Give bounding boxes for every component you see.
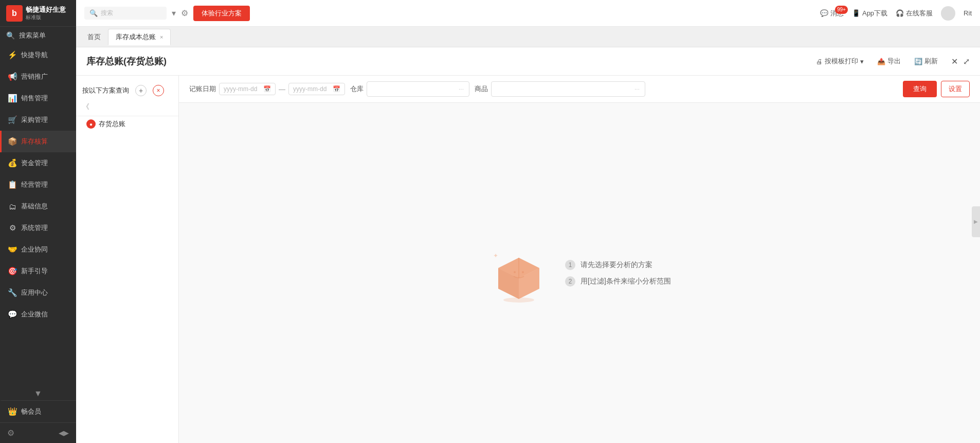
add-icon: +	[139, 86, 143, 95]
content-with-filter: 按以下方案查询 + × 《 ●	[76, 76, 980, 443]
sidebar-item-marketing[interactable]: 📢 营销推广	[0, 66, 76, 87]
member-icon: 👑	[8, 407, 17, 416]
sidebar-item-guide[interactable]: 🎯 新手引导	[0, 260, 76, 282]
panel-expand-icon[interactable]: ⤢	[963, 57, 970, 66]
empty-hints: 1 请先选择要分析的方案 2 用[过滤]条件来缩小分析范围	[565, 260, 671, 287]
operation-icon: 📋	[8, 180, 17, 189]
sidebar-item-wechat[interactable]: 💬 企业微信	[0, 304, 76, 325]
date-start-input[interactable]: yyyy-mm-dd 📅	[219, 83, 276, 95]
sidebar-item-base[interactable]: 🗂 基础信息	[0, 196, 76, 217]
empty-inner: ✦ 1 请先选择要分析的方案 2	[488, 242, 671, 304]
tab-inventory-ledger[interactable]: 库存成本总账 ×	[108, 29, 171, 45]
system-label: 系统管理	[21, 223, 48, 233]
operation-label: 经营管理	[21, 180, 48, 189]
logo-icon: b	[6, 5, 23, 22]
date-end-input[interactable]: yyyy-mm-dd 📅	[288, 83, 345, 95]
settings-icon[interactable]: ⚙	[7, 428, 14, 438]
sidebar-item-corp[interactable]: 🤝 企业协同	[0, 239, 76, 260]
online-service-icon: 🎧	[896, 9, 904, 17]
filter-panel: 按以下方案查询 + × 《 ●	[76, 76, 179, 443]
export-btn[interactable]: 📤 导出	[873, 55, 905, 68]
wechat-icon: 💬	[8, 310, 17, 319]
filter-collapse-btn[interactable]: 《	[82, 102, 89, 112]
hint-text-1: 请先选择要分析的方案	[580, 260, 652, 270]
topbar-chevron-down-icon[interactable]: ▾	[172, 8, 176, 18]
sidebar-item-operation[interactable]: 📋 经营管理	[0, 174, 76, 196]
panel-close-btn[interactable]: ✕	[951, 57, 958, 66]
sidebar-item-quick-nav[interactable]: ⚡ 快捷导航	[0, 44, 76, 66]
tabs-bar: 首页 库存成本总账 ×	[76, 27, 980, 47]
finance-label: 资金管理	[21, 158, 48, 168]
date-end-placeholder: yyyy-mm-dd	[293, 85, 326, 93]
topbar-search-icon: 🔍	[89, 9, 98, 17]
sidebar-item-apps[interactable]: 🔧 应用中心	[0, 282, 76, 304]
svg-point-6	[522, 271, 524, 273]
fields-row: 记账日期 yyyy-mm-dd 📅 — yyyy-mm-dd 📅 仓库	[179, 76, 980, 103]
refresh-btn[interactable]: 🔄 刷新	[910, 55, 942, 68]
sidebar-item-purchase[interactable]: 🛒 采购管理	[0, 109, 76, 131]
industry-btn[interactable]: 体验行业方案	[193, 6, 250, 21]
sidebar-item-finance[interactable]: 💰 资金管理	[0, 152, 76, 174]
topbar-gear-icon[interactable]: ⚙	[181, 8, 188, 18]
right-panel-handle[interactable]: ▶	[972, 206, 980, 237]
sidebar-search[interactable]: 🔍 搜索菜单	[0, 27, 76, 44]
marketing-icon: 📢	[8, 72, 17, 81]
online-service-btn[interactable]: 🎧 在线客服	[896, 9, 933, 18]
tab-home[interactable]: 首页	[80, 29, 108, 45]
sidebar-item-system[interactable]: ⚙ 系统管理	[0, 217, 76, 239]
date-separator: —	[279, 85, 285, 93]
topbar-search[interactable]: 🔍 搜索	[84, 7, 167, 20]
hint-item-2: 2 用[过滤]条件来缩小分析范围	[565, 276, 671, 287]
sidebar-scroll-down[interactable]: ▼	[0, 387, 76, 400]
message-badge: 99+	[835, 6, 848, 14]
user-name: Rit	[964, 9, 972, 17]
content-area: 库存总账(存货总账) 🖨 按模板打印 ▾ 📤 导出 🔄 刷新	[76, 47, 980, 443]
sidebar-item-inventory[interactable]: 📦 库存核算	[0, 131, 76, 152]
sidebar: b 畅捷通好生意 标准版 🔍 搜索菜单 ⚡ 快捷导航 📢 营销推广 📊 销售管理…	[0, 0, 76, 443]
message-btn[interactable]: 💬 消息 99+	[820, 9, 844, 18]
calendar-end-icon[interactable]: 📅	[333, 85, 340, 93]
main-content: 🔍 搜索 ▾ ⚙ 体验行业方案 💬 消息 99+ 📱 App下载 🎧 在线客服 …	[76, 0, 980, 443]
date-start-placeholder: yyyy-mm-dd	[224, 85, 257, 93]
warehouse-input[interactable]: ···	[367, 81, 469, 97]
product-input[interactable]: ···	[491, 81, 645, 97]
sidebar-item-member[interactable]: 👑 畅会员	[0, 400, 76, 422]
print-btn[interactable]: 🖨 按模板打印 ▾	[812, 55, 868, 68]
active-tab-label: 库存成本总账	[116, 32, 156, 42]
filter-remove-btn[interactable]: ×	[153, 85, 164, 96]
sidebar-item-sales[interactable]: 📊 销售管理	[0, 87, 76, 109]
export-icon: 📤	[877, 58, 885, 65]
export-label: 导出	[887, 57, 901, 66]
brand-name: 畅捷通好生意	[26, 6, 66, 14]
empty-illustration: ✦	[488, 242, 550, 304]
corp-icon: 🤝	[8, 245, 17, 254]
tab-close-icon[interactable]: ×	[160, 34, 163, 40]
inventory-label: 库存核算	[21, 137, 48, 146]
product-field-group: 商品 ···	[475, 81, 645, 97]
member-label: 畅会员	[21, 407, 41, 416]
fields-right: 查询 设置	[903, 81, 970, 97]
page-title-row: 库存总账(存货总账) 🖨 按模板打印 ▾ 📤 导出 🔄 刷新	[86, 55, 970, 68]
main-section: 记账日期 yyyy-mm-dd 📅 — yyyy-mm-dd 📅 仓库	[179, 76, 980, 443]
set-btn[interactable]: 设置	[941, 81, 970, 97]
collapse-sidebar-icon[interactable]: ◀▶	[59, 429, 69, 437]
remove-icon: ×	[156, 87, 160, 94]
inventory-icon: 📦	[8, 137, 17, 146]
base-label: 基础信息	[21, 202, 48, 211]
filter-add-btn[interactable]: +	[135, 85, 147, 96]
warehouse-more-icon: ···	[459, 85, 464, 93]
calendar-start-icon[interactable]: 📅	[263, 85, 271, 93]
version-label: 标准版	[26, 14, 66, 21]
scheme-item[interactable]: ● 存货总账	[86, 116, 168, 132]
hint-num-1: 1	[565, 260, 575, 270]
date-label: 记账日期	[189, 84, 216, 94]
user-avatar[interactable]	[941, 6, 955, 21]
app-download-btn[interactable]: 📱 App下载	[852, 9, 887, 18]
logo-text: 畅捷通好生意 标准版	[26, 6, 66, 21]
product-more-icon: ···	[634, 85, 640, 93]
page-header: 库存总账(存货总账) 🖨 按模板打印 ▾ 📤 导出 🔄 刷新	[76, 47, 980, 76]
warehouse-field-group: 仓库 ···	[350, 81, 469, 97]
query-btn[interactable]: 查询	[903, 81, 937, 97]
quick-nav-label: 快捷导航	[21, 50, 48, 60]
refresh-icon: 🔄	[914, 58, 922, 65]
